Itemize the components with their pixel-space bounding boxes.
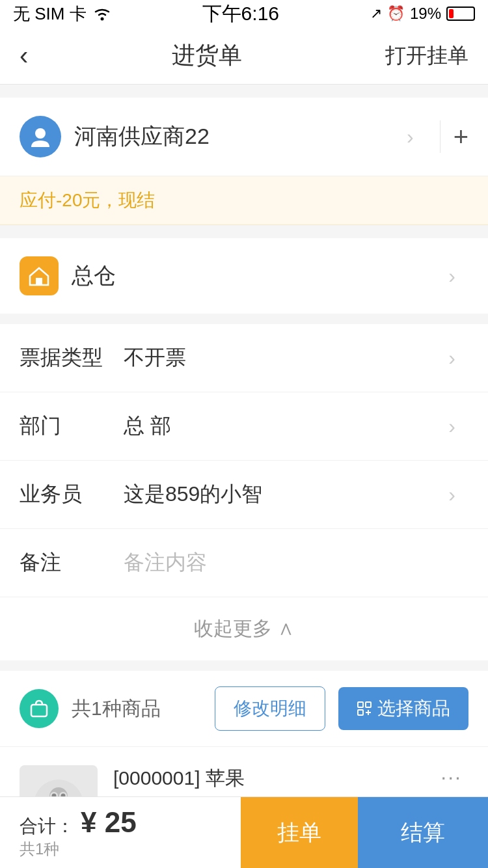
nav-bar: ‹ 进货单 打开挂单 bbox=[0, 27, 488, 85]
sales-value: 这是859的小智 bbox=[111, 480, 448, 509]
supplier-avatar bbox=[20, 116, 61, 157]
carrier-text: 无 SIM 卡 bbox=[13, 3, 87, 25]
ticket-chevron-icon: › bbox=[448, 346, 455, 370]
warehouse-icon bbox=[20, 256, 59, 295]
bag-icon bbox=[29, 698, 49, 719]
hang-button[interactable]: 挂单 bbox=[241, 797, 358, 868]
open-hang-button[interactable]: 打开挂单 bbox=[385, 42, 468, 70]
home-icon bbox=[28, 265, 50, 287]
total-label: 合计： bbox=[20, 814, 74, 839]
warehouse-section[interactable]: 总仓 › bbox=[0, 238, 488, 314]
supplier-chevron-icon: › bbox=[407, 125, 414, 149]
collapse-button[interactable]: 收起更多 ∧ bbox=[0, 597, 488, 660]
location-icon: ↗ bbox=[370, 5, 382, 22]
dept-row[interactable]: 部门 总 部 › bbox=[0, 392, 488, 461]
product-name: [0000001] 苹果 bbox=[113, 765, 434, 792]
svg-rect-4 bbox=[358, 702, 363, 707]
products-icon bbox=[20, 689, 59, 728]
svg-rect-3 bbox=[31, 705, 47, 716]
dept-value: 总 部 bbox=[111, 412, 448, 441]
product-code: [0000001] bbox=[113, 767, 200, 789]
wifi-icon bbox=[93, 7, 111, 21]
sales-chevron-icon: › bbox=[448, 483, 455, 507]
edit-detail-button[interactable]: 修改明细 bbox=[215, 686, 325, 731]
section-gap-1 bbox=[0, 85, 488, 98]
form-section: 票据类型 不开票 › 部门 总 部 › 业务员 这是859的小智 › 备注 备注… bbox=[0, 324, 488, 597]
product-title: 苹果 bbox=[206, 767, 245, 789]
battery-icon bbox=[446, 7, 475, 21]
ticket-value: 不开票 bbox=[111, 344, 448, 372]
person-icon bbox=[29, 125, 52, 148]
notice-bar: 应付-20元，现结 bbox=[0, 176, 488, 225]
status-left: 无 SIM 卡 bbox=[13, 3, 111, 25]
products-header: 共1种商品 修改明细 选择商品 bbox=[0, 671, 488, 747]
warehouse-row[interactable]: 总仓 › bbox=[0, 238, 488, 314]
remark-row[interactable]: 备注 备注内容 bbox=[0, 529, 488, 597]
checkout-button[interactable]: 结算 bbox=[358, 797, 488, 868]
total-sub: 共1种 bbox=[20, 839, 221, 860]
status-time: 下午6:16 bbox=[202, 1, 279, 27]
more-button[interactable]: ··· bbox=[434, 765, 468, 789]
supplier-section: 河南供应商22 › + 应付-20元，现结 bbox=[0, 98, 488, 225]
ticket-label: 票据类型 bbox=[20, 344, 111, 372]
select-product-label: 选择商品 bbox=[377, 696, 450, 721]
sales-row[interactable]: 业务员 这是859的小智 › bbox=[0, 461, 488, 529]
status-bar: 无 SIM 卡 下午6:16 ↗ ⏰ 19% bbox=[0, 0, 488, 27]
bottom-total: 合计： ¥ 25 共1种 bbox=[0, 797, 241, 868]
svg-point-0 bbox=[100, 18, 103, 21]
supplier-row[interactable]: 河南供应商22 › + bbox=[0, 98, 488, 176]
alarm-icon: ⏰ bbox=[387, 5, 405, 22]
svg-point-1 bbox=[35, 128, 46, 139]
total-amount: ¥ 25 bbox=[81, 806, 137, 839]
dept-label: 部门 bbox=[20, 412, 111, 441]
remark-input[interactable]: 备注内容 bbox=[111, 549, 468, 577]
notice-text: 应付-20元，现结 bbox=[20, 190, 155, 210]
back-button[interactable]: ‹ bbox=[20, 41, 28, 70]
bottom-bar: 合计： ¥ 25 共1种 挂单 结算 bbox=[0, 796, 488, 868]
battery-pct: 19% bbox=[410, 5, 441, 23]
warehouse-chevron-icon: › bbox=[448, 264, 455, 288]
select-product-icon bbox=[357, 701, 372, 716]
total-row: 合计： ¥ 25 bbox=[20, 806, 221, 839]
add-button[interactable]: + bbox=[454, 122, 468, 152]
page-title: 进货单 bbox=[172, 40, 242, 72]
remark-label: 备注 bbox=[20, 549, 111, 577]
dept-chevron-icon: › bbox=[448, 414, 455, 439]
sales-label: 业务员 bbox=[20, 480, 111, 509]
status-right: ↗ ⏰ 19% bbox=[370, 5, 475, 23]
svg-rect-5 bbox=[366, 702, 371, 707]
svg-rect-6 bbox=[358, 710, 363, 715]
products-count: 共1种商品 bbox=[72, 696, 202, 722]
select-product-button[interactable]: 选择商品 bbox=[338, 687, 468, 730]
vertical-divider bbox=[440, 120, 441, 153]
warehouse-name: 总仓 bbox=[72, 261, 448, 291]
svg-rect-2 bbox=[36, 278, 42, 285]
supplier-name: 河南供应商22 bbox=[74, 122, 407, 152]
section-gap-2 bbox=[0, 225, 488, 238]
ticket-row[interactable]: 票据类型 不开票 › bbox=[0, 324, 488, 392]
